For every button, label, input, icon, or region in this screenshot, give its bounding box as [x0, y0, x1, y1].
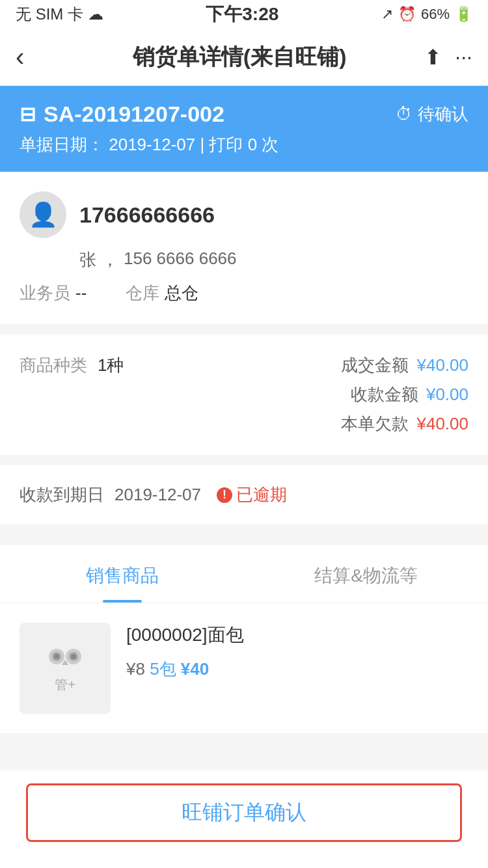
more-button[interactable]: ···	[455, 45, 472, 69]
sales-value: --	[75, 283, 87, 303]
overdue-badge: ! 已逾期	[217, 483, 287, 506]
customer-name-row: 张 ， 156 6666 6666	[20, 249, 468, 271]
status-right: ↗ ⏰ 66% 🔋	[381, 6, 472, 23]
customer-separator: ，	[102, 249, 118, 271]
tab-sales-products[interactable]: 销售商品	[0, 545, 244, 603]
alarm-icon: ⏰	[398, 6, 416, 23]
sales-label: 业务员	[20, 282, 70, 305]
customer-section: 👤 17666666666 张 ， 156 6666 6666 业务员 -- 仓…	[0, 172, 488, 324]
product-total: ¥40	[181, 659, 209, 679]
product-logo: 管+	[42, 644, 88, 694]
product-type-value: 1种	[98, 354, 124, 377]
avatar-icon: 👤	[29, 201, 58, 228]
order-status: ⏱ 待确认	[396, 103, 468, 126]
owed-row: 本单欠款 ¥40.00	[341, 413, 468, 435]
battery-text: 66%	[421, 6, 450, 23]
tabs-section: 销售商品 结算&物流等	[0, 545, 488, 603]
customer-name-text: 张	[79, 249, 96, 271]
product-image: 管+	[20, 623, 111, 714]
summary-right: 成交金额 ¥40.00 收款金额 ¥0.00 本单欠款 ¥40.00	[341, 354, 468, 435]
tabs-row: 销售商品 结算&物流等	[0, 545, 488, 603]
confirm-button[interactable]: 旺铺订单确认	[26, 783, 462, 842]
overdue-icon: !	[217, 487, 232, 503]
customer-meta-row: 业务员 -- 仓库 总仓	[20, 282, 468, 305]
logo-plus-text: 管+	[55, 676, 75, 694]
status-text: 待确认	[418, 103, 468, 126]
location-icon: ↗	[381, 6, 393, 23]
sales-item: 业务员 --	[20, 282, 87, 305]
svg-point-5	[71, 654, 76, 659]
order-date: 单据日期： 2019-12-07 | 打印 0 次	[20, 133, 468, 156]
summary-left: 商品种类 1种	[20, 354, 124, 377]
bottom-bar: 旺铺订单确认	[0, 770, 488, 868]
product-info: [0000002]面包 ¥8 5包 ¥40	[126, 623, 468, 681]
order-header-top: ⊟ SA-20191207-002 ⏱ 待确认	[20, 102, 468, 127]
amount-label: 成交金额	[341, 354, 409, 377]
owed-value: ¥40.00	[416, 414, 468, 434]
summary-section: 商品种类 1种 成交金额 ¥40.00 收款金额 ¥0.00 本单欠款 ¥40.…	[0, 334, 488, 455]
share-button[interactable]: ⬆	[424, 45, 442, 70]
avatar: 👤	[20, 191, 66, 238]
back-button[interactable]: ‹	[16, 42, 55, 72]
received-row: 收款金额 ¥0.00	[351, 383, 468, 406]
product-name: [0000002]面包	[126, 623, 468, 647]
overdue-text: 已逾期	[236, 483, 287, 506]
product-section: 管+ [0000002]面包 ¥8 5包 ¥40	[0, 603, 488, 733]
due-date: 2019-12-07	[115, 485, 201, 505]
amount-value: ¥40.00	[416, 355, 468, 375]
nav-actions: ⬆ ···	[424, 45, 472, 70]
received-label: 收款金额	[351, 383, 418, 406]
order-icon: ⊟	[20, 103, 36, 126]
tab-settlement[interactable]: 结算&物流等	[244, 545, 488, 603]
due-label: 收款到期日	[20, 483, 104, 506]
status-bar: 无 SIM 卡 ☁ 下午3:28 ↗ ⏰ 66% 🔋	[0, 0, 488, 29]
svg-point-4	[54, 654, 59, 659]
clock-icon: ⏱	[396, 104, 413, 124]
customer-phone: 17666666666	[79, 202, 215, 228]
due-section: 收款到期日 2019-12-07 ! 已逾期	[0, 465, 488, 524]
product-price: ¥8	[126, 659, 145, 679]
battery-icon: 🔋	[455, 6, 472, 23]
customer-alt-phone: 156 6666 6666	[124, 249, 237, 271]
order-id-text: SA-20191207-002	[44, 102, 224, 127]
order-header-banner: ⊟ SA-20191207-002 ⏱ 待确认 单据日期： 2019-12-07…	[0, 86, 488, 172]
status-left: 无 SIM 卡 ☁	[16, 4, 103, 25]
warehouse-label: 仓库	[126, 282, 159, 305]
received-value: ¥0.00	[426, 385, 468, 405]
order-id: ⊟ SA-20191207-002	[20, 102, 224, 127]
nav-bar: ‹ 销货单详情(来自旺铺) ⬆ ···	[0, 29, 488, 86]
status-time: 下午3:28	[206, 2, 278, 27]
product-type-label: 商品种类	[20, 354, 87, 377]
warehouse-value: 总仓	[165, 282, 198, 305]
product-price-row: ¥8 5包 ¥40	[126, 658, 468, 681]
amount-row: 成交金额 ¥40.00	[341, 354, 468, 377]
owed-label: 本单欠款	[341, 413, 409, 435]
divider	[0, 535, 488, 545]
no-sim-text: 无 SIM 卡 ☁	[16, 4, 103, 25]
product-quantity: 5包	[150, 659, 176, 679]
warehouse-item: 仓库 总仓	[126, 282, 198, 305]
page-title: 销货单详情(来自旺铺)	[55, 42, 424, 72]
product-item: 管+ [0000002]面包 ¥8 5包 ¥40	[20, 623, 468, 714]
customer-row: 👤 17666666666	[20, 191, 468, 238]
